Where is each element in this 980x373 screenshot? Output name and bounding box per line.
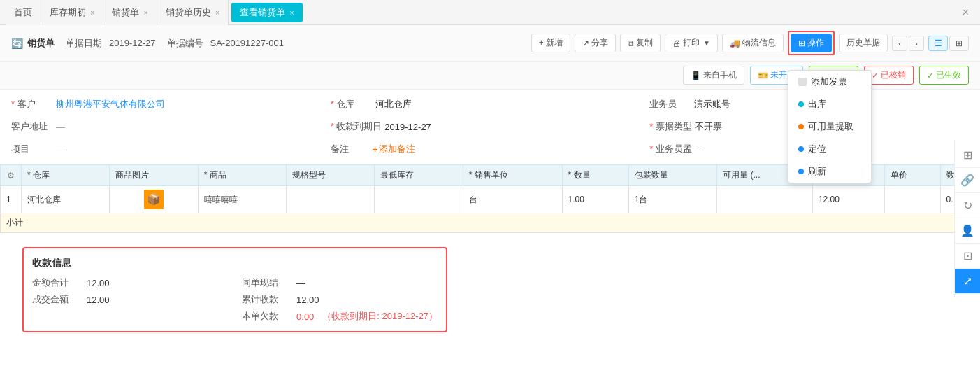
customer-label: 客户 bbox=[11, 98, 53, 111]
doc-date-label: 单据日期 2019-12-27 bbox=[66, 37, 156, 50]
col-gear: ⚙ bbox=[1, 165, 22, 186]
tab-history-close[interactable]: × bbox=[215, 8, 219, 17]
sidebar-icon-5[interactable]: ⊡ bbox=[955, 244, 980, 269]
col-pkg-qty: 包装数量 bbox=[628, 165, 716, 186]
ticket-label: 票据类型 bbox=[649, 120, 692, 133]
copy-icon: ⧉ bbox=[628, 38, 634, 48]
payment-owed-row: 本单欠款 0.00 （收款到期日: 2019-12-27） bbox=[242, 310, 438, 323]
payment-same-label: 同单现结 bbox=[242, 276, 291, 289]
payment-owed-note: （收款到期日: 2019-12-27） bbox=[322, 310, 438, 323]
staff-value: 演示账号 bbox=[691, 98, 733, 111]
history-button[interactable]: 历史单据 bbox=[839, 34, 888, 52]
row-stock: 12.00 bbox=[812, 186, 884, 213]
dropdown-refresh[interactable]: 刷新 bbox=[788, 160, 871, 183]
row-pkg-qty: 1台 bbox=[628, 186, 716, 213]
add-note-button[interactable]: 添加备注 bbox=[373, 143, 416, 155]
note-field: 备注 添加备注 bbox=[331, 143, 650, 155]
view-btns: ☰ ⊞ bbox=[928, 36, 969, 51]
product-image: 📦 bbox=[144, 190, 164, 209]
share-button[interactable]: ↗ 分享 bbox=[575, 34, 616, 52]
tab-sales-close[interactable]: × bbox=[143, 8, 147, 17]
payment-deal-label: 成交金额 bbox=[32, 293, 81, 306]
payment-total-label: 金额合计 bbox=[32, 276, 81, 289]
sidebar-icon-expand[interactable]: ⤢ bbox=[955, 269, 980, 294]
tab-sales-history[interactable]: 销货单历史 × bbox=[157, 0, 229, 25]
doc-number-label: 单据编号 SA-20191227-001 bbox=[167, 37, 284, 50]
customer-value[interactable]: 柳州粤港平安气体有限公司 bbox=[53, 98, 168, 111]
refresh-dot bbox=[798, 169, 804, 174]
col-min-stock: 最低库存 bbox=[375, 165, 463, 186]
col-qty: * 数量 bbox=[562, 165, 628, 186]
row-product: 嘻嘻嘻嘻 bbox=[198, 186, 286, 213]
from-phone-button[interactable]: 📱 来自手机 bbox=[683, 66, 744, 85]
payment-same-order-row: 同单现结 — bbox=[242, 276, 438, 289]
logistics-button[interactable]: 🚚 物流信息 bbox=[722, 34, 784, 52]
tab-inventory-init[interactable]: 库存期初 × bbox=[41, 0, 103, 25]
row-image: 📦 bbox=[110, 186, 198, 213]
grid-icon: ⊞ bbox=[798, 38, 805, 48]
biz-staff-value: — bbox=[692, 144, 707, 155]
phone-icon: 📱 bbox=[691, 71, 701, 80]
tab-view-close[interactable]: × bbox=[289, 8, 294, 17]
project-value: — bbox=[53, 144, 68, 155]
window-close[interactable]: × bbox=[957, 6, 974, 19]
nav-prev[interactable]: ‹ bbox=[892, 36, 907, 51]
tab-bar: 首页 库存期初 × 销货单 × 销货单历史 × 查看销货单 × × bbox=[0, 0, 980, 25]
print-button[interactable]: 🖨 打印 ▼ bbox=[665, 34, 718, 52]
effect-button[interactable]: ✓ 已生效 bbox=[919, 66, 969, 85]
ops-highlight-box: ⊞ 操作 bbox=[788, 31, 835, 55]
available-dot bbox=[798, 124, 804, 129]
sidebar-icon-1[interactable]: ⊞ bbox=[955, 143, 980, 168]
tab-sales-order[interactable]: 销货单 × bbox=[103, 0, 157, 25]
subtotal-label: 小计 bbox=[1, 213, 980, 233]
new-button[interactable]: + 新增 bbox=[531, 34, 570, 52]
view-grid[interactable]: ⊞ bbox=[949, 36, 969, 51]
tab-home[interactable]: 首页 bbox=[6, 0, 41, 25]
payment-cumulative-label: 累计收款 bbox=[242, 293, 291, 306]
col-warehouse: * 仓库 bbox=[22, 165, 110, 186]
copy-button[interactable]: ⧉ 复制 bbox=[620, 34, 661, 52]
nav-next[interactable]: › bbox=[909, 36, 924, 51]
invoice-icon bbox=[798, 78, 807, 86]
address-value: — bbox=[53, 122, 68, 132]
project-field: 项目 — bbox=[11, 143, 331, 155]
row-unit: 台 bbox=[463, 186, 562, 213]
payment-title: 收款信息 bbox=[32, 257, 438, 269]
dropdown-available-qty[interactable]: 可用量提取 bbox=[788, 115, 871, 138]
col-price: 单价 bbox=[884, 165, 940, 186]
payment-cumulative-row: 累计收款 12.00 bbox=[242, 293, 438, 306]
row-price bbox=[884, 186, 940, 213]
dropdown-locate[interactable]: 定位 bbox=[788, 138, 871, 160]
payment-total-row: 金额合计 12.00 bbox=[32, 276, 228, 289]
dropdown-add-invoice[interactable]: 添加发票 bbox=[788, 71, 871, 93]
note-label: 备注 bbox=[331, 143, 373, 155]
sidebar-icon-3[interactable]: ↻ bbox=[955, 193, 980, 218]
operations-dropdown: 添加发票 出库 可用量提取 定位 刷新 bbox=[788, 70, 872, 183]
payment-total-value: 12.00 bbox=[87, 278, 110, 288]
right-sidebar: ⊞ 🔗 ↻ 👤 ⊡ ⤢ bbox=[954, 140, 980, 297]
row-min-stock bbox=[375, 186, 463, 213]
operations-button[interactable]: ⊞ 操作 bbox=[791, 34, 832, 52]
payment-section: 收款信息 金额合计 12.00 同单现结 — 成交金额 12.00 累计收款 1… bbox=[22, 247, 447, 332]
tab-inventory-close[interactable]: × bbox=[90, 8, 94, 17]
row-qty: 1.00 bbox=[562, 186, 628, 213]
col-spec: 规格型号 bbox=[286, 165, 374, 186]
sidebar-icon-4[interactable]: 👤 bbox=[955, 218, 980, 244]
row-spec bbox=[286, 186, 374, 213]
payment-owed-label: 本单欠款 bbox=[242, 310, 291, 323]
doc-header: 🔄 销货单 单据日期 2019-12-27 单据编号 SA-20191227-0… bbox=[0, 25, 980, 62]
customer-field: 客户 柳州粤港平安气体有限公司 bbox=[11, 98, 331, 111]
row-warehouse: 河北仓库 bbox=[22, 186, 110, 213]
due-date-label: 收款到期日 bbox=[331, 120, 382, 133]
payment-cumulative-value: 12.00 bbox=[296, 295, 319, 305]
locate-dot bbox=[798, 146, 804, 152]
sidebar-icon-2[interactable]: 🔗 bbox=[955, 168, 980, 193]
print-icon: 🖨 bbox=[672, 38, 681, 48]
staff-label: 业务员 bbox=[649, 98, 691, 111]
dropdown-outbound[interactable]: 出库 bbox=[788, 93, 871, 115]
tab-view-sales[interactable]: 查看销货单 × bbox=[231, 3, 302, 22]
doc-date-value: 2019-12-27 bbox=[109, 38, 156, 48]
project-label: 项目 bbox=[11, 143, 53, 155]
view-list[interactable]: ☰ bbox=[928, 36, 948, 51]
warehouse-field: 仓库 河北仓库 bbox=[331, 98, 650, 111]
